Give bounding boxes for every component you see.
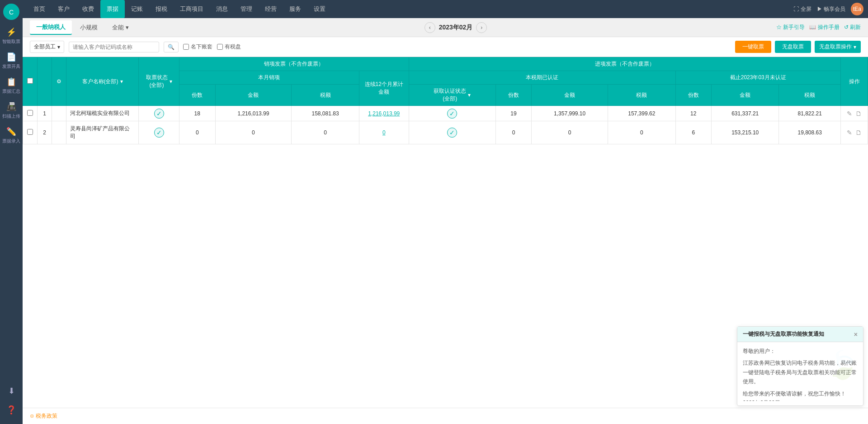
refresh-link[interactable]: ↺ 刷新 bbox=[844, 24, 861, 31]
nav-client[interactable]: 客户 bbox=[52, 0, 76, 18]
row-detail-icon[interactable]: 🗋 bbox=[855, 110, 862, 117]
th-purchase-cert-amount: 金额 bbox=[532, 85, 608, 106]
next-month-btn[interactable]: › bbox=[476, 22, 487, 33]
sidebar-item-smart-fetch[interactable]: ⚡ 智能取票 bbox=[0, 24, 23, 48]
nav-home[interactable]: 首页 bbox=[27, 0, 52, 18]
issue-invoice-icon: 📄 bbox=[6, 52, 16, 62]
prev-month-btn[interactable]: ‹ bbox=[425, 22, 435, 33]
th-sales-tax: 税额 bbox=[292, 85, 359, 106]
smart-fetch-icon: ⚡ bbox=[6, 27, 16, 37]
fullscreen-btn[interactable]: ⛶ 全屏 bbox=[793, 5, 811, 13]
sidebar: C ⚡ 智能取票 📄 发票开具 📋 票据汇总 📠 扫描上传 ✏️ 票据录入 ⬇ … bbox=[0, 0, 23, 424]
th-purchase-cert-tax: 税额 bbox=[608, 85, 675, 106]
no-disk-fetch-btn[interactable]: 无盘取票 bbox=[775, 41, 811, 53]
th-num bbox=[38, 57, 52, 106]
row-purchase-cert-amount: 0 bbox=[532, 121, 608, 144]
th-cert-status-filter-icon[interactable]: ▾ bbox=[468, 92, 471, 98]
check-tax-checkbox[interactable] bbox=[217, 44, 223, 50]
row-detail-icon[interactable]: 🗋 bbox=[855, 129, 862, 136]
one-click-fetch-btn[interactable]: 一键取票 bbox=[735, 41, 771, 53]
row-purchase-uncert-amount: 631,337.21 bbox=[712, 106, 779, 121]
sidebar-item-issue-invoice[interactable]: 📄 发票开具 bbox=[0, 48, 23, 73]
th-fetch-status-filter-icon[interactable]: ▾ bbox=[170, 78, 172, 85]
th-purchase-uncert-count: 份数 bbox=[675, 85, 712, 106]
row-cert-status: ✓ bbox=[409, 121, 495, 144]
notification-scroll[interactable]: 尊敬的用户： 江苏政务网已恢复访问电子税务局功能，易代账一键登陆电子税务局与无盘… bbox=[743, 347, 858, 401]
row-purchase-cert-amount: 1,357,999.10 bbox=[532, 106, 608, 121]
row-settings bbox=[52, 121, 66, 144]
tab-all[interactable]: 全能 ▾ bbox=[106, 21, 135, 34]
nav-manage[interactable]: 管理 bbox=[234, 0, 259, 18]
nav-tax[interactable]: 报税 bbox=[149, 0, 174, 18]
notification-close-btn[interactable]: × bbox=[854, 331, 858, 338]
svg-text:C: C bbox=[9, 9, 14, 16]
row-actions: ✎ 🗋 bbox=[841, 106, 868, 121]
th-ops: 操作 bbox=[841, 57, 868, 106]
toolbar: 全部员工 ▾ 🔍 名下账套 有税盘 一键取票 无盘取票 无盘取票操作 ▾ bbox=[23, 37, 868, 57]
nav-bookkeep[interactable]: 记账 bbox=[125, 0, 149, 18]
nav-collect[interactable]: 收费 bbox=[76, 0, 100, 18]
check-tax-label[interactable]: 有税盘 bbox=[217, 43, 241, 51]
nav-message[interactable]: 消息 bbox=[210, 0, 234, 18]
user-avatar[interactable]: tEa bbox=[851, 3, 863, 15]
tab-small[interactable]: 小规模 bbox=[74, 21, 104, 34]
th-client-name-filter-icon[interactable]: ▾ bbox=[120, 78, 123, 85]
nav-business[interactable]: 工商项目 bbox=[174, 0, 210, 18]
row-cert-status: ✓ bbox=[409, 106, 495, 121]
tax-policy-label[interactable]: ⊙ 税务政策 bbox=[30, 412, 57, 420]
nav-settings[interactable]: 设置 bbox=[307, 0, 332, 18]
toolbar-right: 一键取票 无盘取票 无盘取票操作 ▾ bbox=[735, 41, 861, 53]
main-table: ⚙ 客户名称(全部) ▾ 取票状态(全部) ▾ 销项发票（不含作废票） bbox=[23, 57, 868, 144]
search-btn[interactable]: 🔍 bbox=[164, 42, 179, 52]
row-checkbox[interactable] bbox=[23, 106, 38, 121]
row-purchase-uncert-count: 6 bbox=[675, 121, 712, 144]
th-checkbox bbox=[23, 57, 38, 106]
row-edit-icon[interactable]: ✎ bbox=[847, 129, 852, 136]
th-client-name[interactable]: 客户名称(全部) ▾ bbox=[66, 57, 139, 106]
table-row: 1 河北柯瑞梳实业有限公司 ✓ 18 1,216,013.99 158,081.… bbox=[23, 106, 868, 121]
tab-all-dropdown-icon: ▾ bbox=[126, 24, 129, 31]
check-account-label[interactable]: 名下账套 bbox=[183, 43, 212, 51]
th-fetch-status[interactable]: 取票状态(全部) ▾ bbox=[139, 57, 179, 106]
row-fetch-status: ✓ bbox=[139, 106, 179, 121]
sidebar-download-btn[interactable]: ⬇ bbox=[0, 382, 23, 400]
search-input[interactable] bbox=[69, 42, 159, 52]
manual-link[interactable]: 📖 操作手册 bbox=[809, 24, 839, 31]
footer: ⊙ 税务政策 bbox=[23, 408, 868, 424]
new-guide-link[interactable]: ☆ 新手引导 bbox=[776, 24, 805, 31]
table-row: 2 灵寿县尚泽矿产品有限公司 ✓ 0 0 0 0 ✓ 0 0 0 6 153,2… bbox=[23, 121, 868, 144]
row-purchase-cert-count: 19 bbox=[495, 106, 532, 121]
sidebar-help-btn[interactable]: ❓ bbox=[0, 401, 23, 419]
sidebar-item-data-entry[interactable]: ✏️ 票据录入 bbox=[0, 123, 23, 148]
row-cum-12m[interactable]: 1,216,013.99 bbox=[359, 106, 409, 121]
nav-service[interactable]: 服务 bbox=[283, 0, 307, 18]
select-all-checkbox[interactable] bbox=[27, 78, 33, 84]
row-client-name: 河北柯瑞梳实业有限公司 bbox=[66, 106, 139, 121]
notification-header: 一键报税与无盘取票功能恢复通知 × bbox=[737, 327, 863, 342]
no-disk-ops-btn[interactable]: 无盘取票操作 ▾ bbox=[815, 41, 861, 53]
nav-invoice[interactable]: 票据 bbox=[100, 0, 125, 18]
scan-upload-icon: 📠 bbox=[6, 102, 16, 112]
row-purchase-uncert-amount: 153,215.10 bbox=[712, 121, 779, 144]
sidebar-item-scan-upload[interactable]: 📠 扫描上传 bbox=[0, 98, 23, 123]
row-edit-icon[interactable]: ✎ bbox=[847, 110, 852, 117]
check-account-checkbox[interactable] bbox=[183, 44, 189, 50]
member-btn[interactable]: ▶ 畅享会员 bbox=[817, 5, 845, 13]
tab-general[interactable]: 一般纳税人 bbox=[30, 20, 72, 35]
th-cert-status[interactable]: 获取认证状态(全部) ▾ bbox=[409, 85, 495, 106]
employee-select[interactable]: 全部员工 ▾ bbox=[30, 41, 64, 53]
th-sales-group: 销项发票（不含作废票） bbox=[179, 57, 409, 71]
sidebar-item-invoice-summary[interactable]: 📋 票据汇总 bbox=[0, 73, 23, 98]
row-settings bbox=[52, 106, 66, 121]
employee-select-icon: ▾ bbox=[57, 44, 60, 50]
data-entry-icon: ✏️ bbox=[6, 127, 16, 137]
th-fetch-status-label: 取票状态(全部) bbox=[146, 74, 168, 89]
th-sales-amount: 金额 bbox=[215, 85, 292, 106]
th-sales-count: 份数 bbox=[179, 85, 216, 106]
nav-operation[interactable]: 经营 bbox=[259, 0, 283, 18]
row-cum-12m[interactable]: 0 bbox=[359, 121, 409, 144]
row-checkbox[interactable] bbox=[23, 121, 38, 144]
notification-date: 2023年3月20日 bbox=[743, 398, 858, 401]
th-purchase-uncert-amount: 金额 bbox=[712, 85, 779, 106]
row-fetch-status: ✓ bbox=[139, 121, 179, 144]
